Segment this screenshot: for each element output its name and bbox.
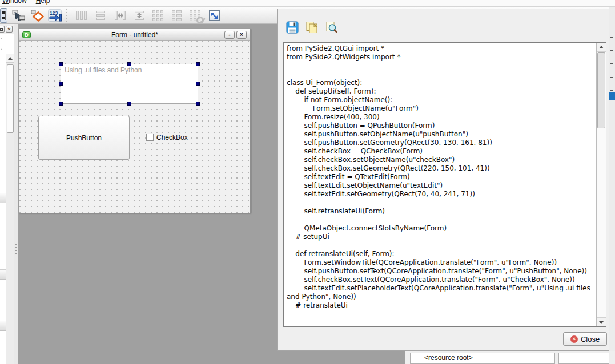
code-line: and Python", None)) — [287, 293, 594, 301]
widget-box-header: × — [0, 24, 14, 34]
close-panel-button[interactable]: × — [6, 26, 13, 33]
break-layout-button — [187, 8, 203, 23]
widget-category-header[interactable] — [0, 193, 6, 203]
code-line — [287, 241, 594, 250]
code-line: self.pushButton = QPushButton(Form) — [287, 122, 594, 130]
code-line: self.checkBox.setObjectName(u"checkBox") — [287, 156, 594, 164]
scroll-up-arrow-icon[interactable] — [6, 54, 15, 63]
code-line: from PySide2.QtWidgets import * — [287, 53, 594, 62]
code-line: Form.setWindowTitle(QCoreApplication.tra… — [287, 258, 594, 267]
resize-handle[interactable] — [196, 102, 200, 106]
widget-box-scrollbar[interactable] — [6, 54, 14, 364]
tab-order-icon: 123 — [48, 9, 63, 22]
panel-row-tick — [610, 37, 613, 38]
toolbar-separator — [66, 9, 67, 22]
code-line: from PySide2.QtGui import * — [287, 45, 594, 53]
code-line: self.pushButton.setText(QCoreApplication… — [287, 267, 594, 276]
code-line: if not Form.objectName(): — [287, 96, 594, 104]
scrollbar-thumb[interactable] — [597, 52, 605, 128]
form-title-bar[interactable]: D Form - untitled* - × — [19, 29, 250, 41]
resize-handle[interactable] — [127, 62, 131, 66]
widget-box-panel: × — [0, 24, 14, 364]
find-button[interactable] — [324, 21, 338, 34]
widget-category-header[interactable] — [0, 321, 6, 331]
adjust-size-icon — [209, 10, 220, 21]
layout-horizontal-splitter-button — [112, 8, 128, 23]
adjust-size-button[interactable] — [206, 8, 223, 23]
find-icon — [324, 21, 338, 34]
panel-row-tick — [610, 90, 613, 91]
save-icon — [286, 21, 299, 34]
code-line: self.textEdit = QTextEdit(Form) — [287, 173, 594, 181]
grid-layout-icon — [152, 10, 163, 21]
code-line: self.textEdit.setObjectName(u"textEdit") — [287, 181, 594, 190]
code-line — [287, 199, 594, 207]
form-editor-window: D Form - untitled* - × Using .ui files a… — [19, 29, 251, 213]
dialog-toolbar — [286, 21, 338, 35]
save-button[interactable] — [286, 21, 299, 34]
edit-tab-order-button[interactable]: 123 — [47, 8, 63, 23]
resize-handle[interactable] — [196, 82, 200, 86]
minimize-button[interactable]: - — [224, 31, 235, 39]
resize-handle[interactable] — [59, 102, 63, 106]
resize-handle[interactable] — [59, 82, 63, 86]
close-button-label: Close — [581, 335, 600, 343]
resource-root-label: <resource root> — [424, 354, 473, 362]
scroll-up-arrow-icon[interactable] — [597, 43, 606, 52]
panel-row-tick — [610, 50, 613, 51]
menu-help[interactable]: Help — [36, 0, 50, 5]
code-line: Form.resize(400, 300) — [287, 113, 594, 122]
copy-icon — [305, 21, 319, 34]
code-vertical-scrollbar[interactable] — [596, 43, 606, 326]
float-panel-button[interactable] — [0, 26, 5, 33]
textedit-widget[interactable]: Using .ui files and Python — [61, 64, 198, 104]
widget-filter-input[interactable] — [1, 38, 15, 50]
checkbox-indicator[interactable] — [146, 134, 154, 141]
edit-signals-slots-button[interactable] — [10, 8, 26, 23]
resource-tree-panel[interactable]: <resource root> — [410, 353, 555, 364]
close-button[interactable]: × — [236, 31, 247, 39]
textedit-placeholder: Using .ui files and Python — [61, 64, 198, 76]
resize-handle[interactable] — [59, 62, 63, 66]
edit-widgets-icon — [1, 10, 7, 21]
break-layout-icon — [190, 10, 200, 21]
checkbox-widget[interactable]: CheckBox — [146, 133, 188, 141]
menu-window[interactable]: Window — [2, 0, 27, 5]
edit-widgets-button[interactable] — [0, 8, 7, 23]
code-text-area[interactable]: from PySide2.QtGui import *from PySide2.… — [283, 42, 606, 327]
pushbutton-widget[interactable]: PushButton — [38, 116, 130, 160]
code-line — [287, 216, 594, 224]
splitter-handle-icon — [15, 244, 17, 256]
left-right-arrows-icon — [118, 15, 123, 16]
resource-list-panel[interactable] — [558, 353, 609, 364]
code-line: self.checkBox.setGeometry(QRect(220, 150… — [287, 164, 594, 173]
code-line: def setupUi(self, Form): — [287, 87, 594, 96]
code-line: self.textEdit.setGeometry(QRect(70, 40, … — [287, 190, 594, 199]
layout-vertical-icon — [96, 11, 105, 20]
panel-row-tick — [610, 63, 613, 64]
code-line: self.retranslateUi(Form) — [287, 207, 594, 216]
up-down-arrows-icon — [139, 13, 140, 18]
close-dialog-button[interactable]: × Close — [563, 332, 607, 346]
resize-handle[interactable] — [127, 102, 131, 106]
buddy-tag-icon — [30, 9, 44, 22]
form-canvas[interactable]: Using .ui files and Python PushButton Ch… — [19, 41, 250, 213]
no-sign-icon — [196, 17, 204, 24]
code-preview-dialog: from PySide2.QtGui import *from PySide2.… — [277, 9, 609, 351]
code-line: # setupUi — [287, 233, 594, 241]
code-line: Form.setObjectName(u"Form") — [287, 104, 594, 113]
form-layout-icon — [172, 10, 182, 21]
code-line — [287, 70, 594, 79]
copy-button[interactable] — [305, 21, 319, 34]
code-line: def retranslateUi(self, Form): — [287, 250, 594, 258]
scroll-down-arrow-icon[interactable] — [597, 317, 606, 326]
layout-vertical-splitter-button — [131, 8, 147, 23]
edit-buddies-button[interactable] — [29, 8, 45, 23]
code-line: QMetaObject.connectSlotsByName(Form) — [287, 224, 594, 233]
widget-category-header[interactable] — [0, 269, 6, 280]
resize-handle[interactable] — [196, 62, 200, 66]
code-line — [287, 62, 594, 70]
right-panel-sliver — [609, 7, 615, 364]
scrollbar-thumb[interactable] — [7, 64, 14, 133]
panel-row-tick — [610, 77, 613, 78]
